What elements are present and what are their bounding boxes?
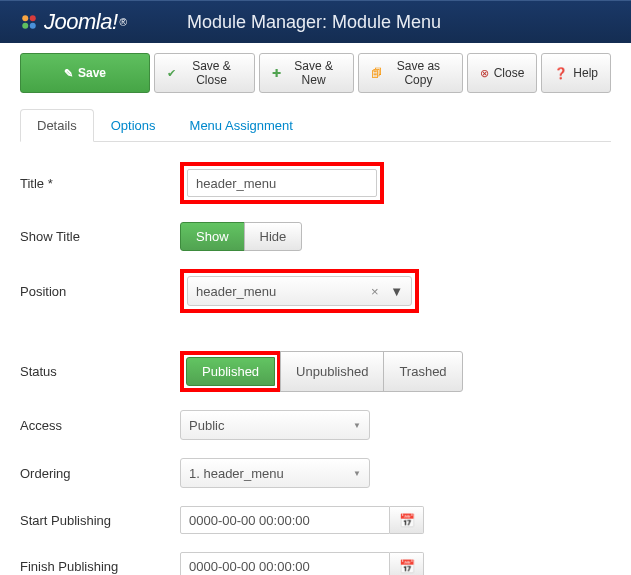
- caret-down-icon: ▼: [390, 284, 403, 299]
- save-copy-label: Save as Copy: [387, 59, 449, 87]
- show-title-toggle: Show Hide: [180, 222, 302, 251]
- copy-icon: 🗐: [371, 67, 382, 79]
- form-area: Title * Show Title Show Hide Position he…: [0, 142, 631, 575]
- finish-publishing-calendar-button[interactable]: 📅: [390, 552, 424, 575]
- apply-icon: ✎: [64, 67, 73, 80]
- ordering-label: Ordering: [20, 466, 180, 481]
- ordering-value: 1. header_menu: [189, 466, 284, 481]
- brand-reg: ®: [120, 17, 127, 28]
- save-new-button[interactable]: ✚ Save & New: [259, 53, 354, 93]
- finish-publishing-label: Finish Publishing: [20, 559, 180, 574]
- close-button[interactable]: ⊗ Close: [467, 53, 538, 93]
- tabs-nav: Details Options Menu Assignment: [20, 109, 611, 142]
- joomla-logo-icon: [20, 13, 38, 31]
- toolbar: ✎ Save ✔ Save & Close ✚ Save & New 🗐 Sav…: [0, 43, 631, 99]
- start-publishing-calendar-button[interactable]: 📅: [390, 506, 424, 534]
- title-input[interactable]: [187, 169, 377, 197]
- unpublished-button[interactable]: Unpublished: [280, 351, 384, 392]
- tab-options[interactable]: Options: [94, 109, 173, 142]
- brand-text: Joomla!: [44, 9, 118, 35]
- help-label: Help: [573, 66, 598, 80]
- position-value: header_menu: [196, 284, 276, 299]
- plus-icon: ✚: [272, 67, 281, 80]
- svg-point-2: [22, 23, 28, 29]
- title-label: Title *: [20, 176, 180, 191]
- tab-menu-assignment[interactable]: Menu Assignment: [173, 109, 310, 142]
- svg-point-3: [30, 23, 36, 29]
- save-new-label: Save & New: [286, 59, 341, 87]
- save-label: Save: [78, 66, 106, 80]
- page-title: Module Manager: Module Menu: [187, 12, 441, 33]
- close-icon: ⊗: [480, 67, 489, 80]
- show-title-label: Show Title: [20, 229, 180, 244]
- position-select[interactable]: header_menu × ▼: [187, 276, 412, 306]
- highlight-position: header_menu × ▼: [180, 269, 419, 313]
- position-label: Position: [20, 284, 180, 299]
- start-publishing-label: Start Publishing: [20, 513, 180, 528]
- access-label: Access: [20, 418, 180, 433]
- highlight-title: [180, 162, 384, 204]
- highlight-status: Published: [180, 351, 281, 392]
- trashed-button[interactable]: Trashed: [383, 351, 462, 392]
- status-toggle: Published Unpublished Trashed: [180, 351, 463, 392]
- ordering-select[interactable]: 1. header_menu ▼: [180, 458, 370, 488]
- hide-button[interactable]: Hide: [244, 222, 303, 251]
- save-copy-button[interactable]: 🗐 Save as Copy: [358, 53, 462, 93]
- status-label: Status: [20, 364, 180, 379]
- access-value: Public: [189, 418, 224, 433]
- published-button[interactable]: Published: [186, 357, 275, 386]
- logo-area: Joomla! ®: [20, 9, 127, 35]
- caret-down-icon: ▼: [353, 469, 361, 478]
- tab-details[interactable]: Details: [20, 109, 94, 142]
- start-publishing-input[interactable]: [180, 506, 390, 534]
- calendar-icon: 📅: [399, 559, 415, 574]
- clear-position-icon[interactable]: ×: [371, 284, 379, 299]
- header-bar: Joomla! ® Module Manager: Module Menu: [0, 0, 631, 43]
- calendar-icon: 📅: [399, 513, 415, 528]
- save-close-button[interactable]: ✔ Save & Close: [154, 53, 255, 93]
- access-select[interactable]: Public ▼: [180, 410, 370, 440]
- svg-point-0: [22, 15, 28, 21]
- save-close-label: Save & Close: [181, 59, 242, 87]
- save-button[interactable]: ✎ Save: [20, 53, 150, 93]
- svg-point-1: [30, 15, 36, 21]
- help-button[interactable]: ❓ Help: [541, 53, 611, 93]
- check-icon: ✔: [167, 67, 176, 80]
- finish-publishing-input[interactable]: [180, 552, 390, 575]
- help-icon: ❓: [554, 67, 568, 80]
- close-label: Close: [494, 66, 525, 80]
- show-button[interactable]: Show: [180, 222, 245, 251]
- caret-down-icon: ▼: [353, 421, 361, 430]
